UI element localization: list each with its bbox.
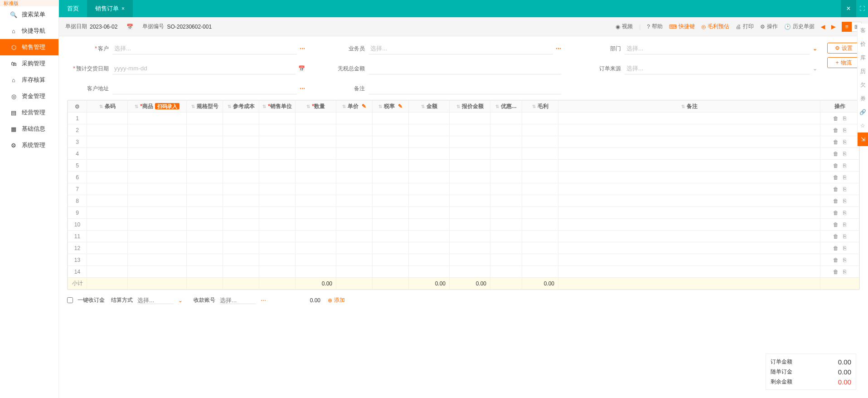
col-quote[interactable]: ⇅报价金额: [450, 101, 490, 113]
cell[interactable]: [296, 124, 336, 136]
cell[interactable]: [296, 160, 336, 172]
operate-link[interactable]: ⚙ 操作: [760, 23, 778, 30]
cell[interactable]: [87, 219, 128, 231]
cell[interactable]: [223, 183, 259, 195]
cell[interactable]: [558, 254, 820, 266]
cell[interactable]: [336, 231, 373, 242]
delete-icon[interactable]: 🗑: [833, 151, 839, 157]
cell[interactable]: [259, 266, 296, 278]
cell[interactable]: [259, 242, 296, 254]
addr-input[interactable]: [112, 83, 297, 94]
cell[interactable]: [373, 113, 409, 124]
cell[interactable]: [259, 172, 296, 183]
copy-icon[interactable]: ⎘: [843, 139, 846, 145]
delete-icon[interactable]: 🗑: [833, 257, 839, 263]
sidebar-item-1[interactable]: ⌂快捷导航: [0, 23, 58, 39]
cell[interactable]: [187, 172, 223, 183]
cell[interactable]: [409, 195, 450, 207]
cell[interactable]: [223, 242, 259, 254]
cell[interactable]: [336, 148, 373, 160]
cell[interactable]: [490, 231, 522, 242]
copy-icon[interactable]: ⎘: [843, 174, 846, 181]
cell[interactable]: [128, 183, 187, 195]
cell[interactable]: [336, 136, 373, 148]
side-panel-item-5[interactable]: 券: [858, 92, 868, 105]
side-panel-item-3[interactable]: 历: [858, 64, 868, 78]
cell[interactable]: [373, 254, 409, 266]
cell[interactable]: [187, 242, 223, 254]
cell[interactable]: [409, 207, 450, 219]
table-row[interactable]: 3🗑⎘: [68, 136, 859, 148]
cell[interactable]: [259, 207, 296, 219]
cell[interactable]: [522, 207, 558, 219]
cell[interactable]: [409, 148, 450, 160]
cell[interactable]: [336, 242, 373, 254]
cell[interactable]: [336, 124, 373, 136]
cell[interactable]: [296, 136, 336, 148]
cell[interactable]: [259, 254, 296, 266]
table-row[interactable]: 4🗑⎘: [68, 148, 859, 160]
col-refcost[interactable]: ⇅参考成本: [223, 101, 259, 113]
copy-icon[interactable]: ⎘: [843, 245, 846, 251]
edit-icon[interactable]: ✎: [398, 103, 402, 109]
account-picker-icon[interactable]: ⋯: [261, 297, 266, 304]
cell[interactable]: [187, 136, 223, 148]
cell[interactable]: [490, 172, 522, 183]
cell[interactable]: [558, 172, 820, 183]
cell[interactable]: [187, 148, 223, 160]
cell[interactable]: [128, 124, 187, 136]
expand-icon[interactable]: ⛶: [856, 0, 868, 17]
delete-icon[interactable]: 🗑: [833, 198, 839, 204]
cell[interactable]: [128, 254, 187, 266]
copy-icon[interactable]: ⎘: [843, 221, 846, 228]
cell[interactable]: [296, 242, 336, 254]
cell[interactable]: [187, 195, 223, 207]
copy-icon[interactable]: ⎘: [843, 257, 846, 263]
cell[interactable]: [296, 231, 336, 242]
cell[interactable]: [87, 266, 128, 278]
cell[interactable]: [490, 254, 522, 266]
cell[interactable]: [409, 231, 450, 242]
cell[interactable]: [223, 266, 259, 278]
cell[interactable]: [87, 148, 128, 160]
cell[interactable]: [87, 183, 128, 195]
tab-1[interactable]: 销售订单×: [87, 0, 133, 17]
cell[interactable]: [522, 160, 558, 172]
cell[interactable]: [558, 124, 820, 136]
copy-icon[interactable]: ⎘: [843, 127, 846, 133]
salesman-picker-icon[interactable]: ⋯: [556, 45, 561, 52]
delete-icon[interactable]: 🗑: [833, 127, 839, 133]
cell[interactable]: [223, 113, 259, 124]
cell[interactable]: [187, 160, 223, 172]
cell[interactable]: [522, 254, 558, 266]
cell[interactable]: [128, 219, 187, 231]
profit-link[interactable]: ◎ 毛利预估: [701, 23, 729, 30]
cell[interactable]: [558, 183, 820, 195]
dept-input[interactable]: [625, 43, 810, 54]
addr-picker-icon[interactable]: ⋯: [300, 85, 305, 92]
cell[interactable]: [450, 207, 490, 219]
sidebar-item-5[interactable]: ◎资金管理: [0, 88, 58, 104]
customer-picker-icon[interactable]: ⋯: [300, 45, 305, 52]
cell[interactable]: [187, 266, 223, 278]
sidebar-item-8[interactable]: ⚙系统管理: [0, 137, 58, 153]
cell[interactable]: [450, 183, 490, 195]
col-discount[interactable]: ⇅优惠...: [490, 101, 522, 113]
prev-doc-icon[interactable]: ◀: [821, 24, 825, 30]
cell[interactable]: [187, 219, 223, 231]
side-panel-item-6[interactable]: 🔗: [858, 105, 868, 119]
cell[interactable]: [490, 207, 522, 219]
copy-icon[interactable]: ⎘: [843, 233, 846, 240]
cell[interactable]: [558, 148, 820, 160]
scan-tag[interactable]: 扫码录入: [155, 103, 179, 109]
cell[interactable]: [558, 219, 820, 231]
table-row[interactable]: 7🗑⎘: [68, 183, 859, 195]
chevron-down-icon[interactable]: ⌄: [813, 45, 817, 52]
col-unit[interactable]: ⇅*销售单位: [259, 101, 296, 113]
cell[interactable]: [223, 207, 259, 219]
cell[interactable]: [409, 124, 450, 136]
cell[interactable]: [128, 172, 187, 183]
cell[interactable]: [373, 148, 409, 160]
cell[interactable]: [336, 195, 373, 207]
cell[interactable]: [296, 254, 336, 266]
